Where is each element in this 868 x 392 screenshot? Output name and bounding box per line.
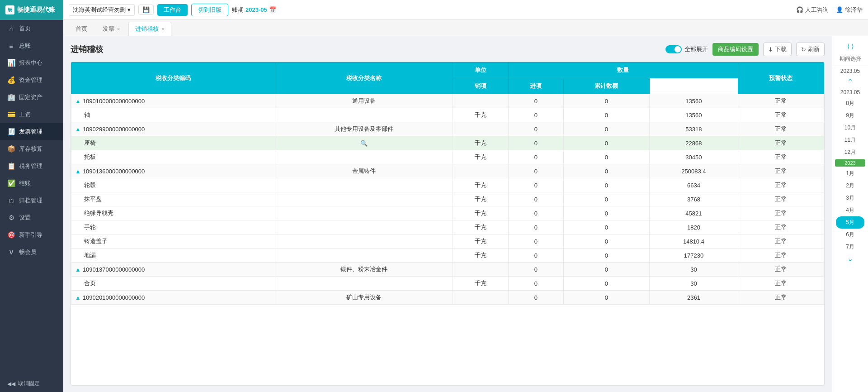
table-row-code: ▲1090100000000000000 <box>71 94 275 108</box>
toggle-all-container: 全部展开 <box>665 45 708 53</box>
table-wrap: 税收分类编码 税收分类名称 单位 数量 预警状态 销项 进项 累计数额 <box>71 62 825 386</box>
expand-all-toggle[interactable] <box>665 45 682 53</box>
table-row-sales: 0 <box>508 263 563 277</box>
table-row-status: 正常 <box>738 192 824 206</box>
guide-icon: 🎯 <box>7 231 15 239</box>
tab-reconcile[interactable]: 进销稽核 × <box>128 22 171 36</box>
table-row-total: 3768 <box>650 192 738 206</box>
table-row-code: ▲1090136000000000000 <box>71 164 275 178</box>
table-row-name <box>275 220 453 234</box>
chevron-down-icon: ▾ <box>127 6 131 13</box>
table-row-name <box>275 206 453 220</box>
sidebar-item-tax[interactable]: 📋 税务管理 <box>0 158 63 175</box>
table-row-status: 正常 <box>738 220 824 234</box>
unpin-button[interactable]: ◀◀ 取消固定 <box>0 375 63 392</box>
period-month-4[interactable]: 4月 <box>832 204 868 216</box>
download-button[interactable]: ⬇ 下载 <box>763 43 792 56</box>
table-row-name: 通用设备 <box>275 94 453 108</box>
sidebar-item-label: 工资 <box>19 110 31 119</box>
vip-icon: V <box>7 249 15 256</box>
sidebar-item-settle[interactable]: ✅ 结账 <box>0 175 63 192</box>
table-row-sales: 0 <box>508 291 563 305</box>
tab-home[interactable]: 首页 <box>69 22 94 36</box>
tab-invoice-close[interactable]: × <box>117 26 120 32</box>
topbar: 沈海英测试经营勿删 ▾ 💾 工作台 切到旧版 账期 2023-05 📅 🎧 人工… <box>63 0 868 20</box>
workspace-button[interactable]: 工作台 <box>157 4 188 16</box>
sidebar-item-guide[interactable]: 🎯 新手引导 <box>0 226 63 244</box>
table-row-total: 30450 <box>650 150 738 164</box>
sidebar-item-label: 库存核算 <box>19 145 42 153</box>
scroll-down-btn[interactable]: ⌄ <box>832 253 868 264</box>
table-row-unit: 千克 <box>453 108 508 122</box>
period-month-10[interactable]: 10月 <box>832 122 868 134</box>
sidebar-item-salary[interactable]: 💳 工资 <box>0 106 63 123</box>
scroll-up-btn[interactable]: ⌃ <box>832 76 868 87</box>
reports-icon: 📊 <box>7 59 15 67</box>
sidebar-item-home[interactable]: ⌂ 首页 <box>0 20 63 37</box>
th-total: 累计数额 <box>563 78 649 94</box>
table-row-purchase: 0 <box>563 164 649 178</box>
table-row-name <box>275 234 453 249</box>
switch-version-button[interactable]: 切到旧版 <box>191 4 228 16</box>
tab-invoice[interactable]: 发票 × <box>96 22 127 36</box>
download-label: 下载 <box>775 45 787 53</box>
app-name: 畅捷通易代账 <box>17 6 55 14</box>
tab-reconcile-close[interactable]: × <box>161 26 164 32</box>
app-logo: 畅 畅捷通易代账 <box>0 0 63 20</box>
save-draft-button[interactable]: 💾 <box>138 5 154 15</box>
period-value: 2023-05 <box>245 6 267 13</box>
period-month-7[interactable]: 7月 <box>832 241 868 253</box>
period-selector[interactable]: 账期 2023-05 📅 <box>232 6 276 14</box>
period-month-11[interactable]: 11月 <box>832 134 868 146</box>
sidebar-item-inventory[interactable]: 📦 库存核算 <box>0 140 63 158</box>
table-row-status: 正常 <box>738 291 824 305</box>
sidebar-item-settings[interactable]: ⚙ 设置 <box>0 209 63 226</box>
period-month-12[interactable]: 12月 <box>832 146 868 158</box>
sidebar-item-invoice[interactable]: 🧾 发票管理 <box>0 123 63 140</box>
period-month-2[interactable]: 2月 <box>832 180 868 192</box>
period-month-8[interactable]: 8月 <box>832 97 868 110</box>
sidebar-item-label: 新手引导 <box>19 231 42 239</box>
sidebar-item-archive[interactable]: 🗂 归档管理 <box>0 192 63 209</box>
panel-collapse-icon[interactable]: ⟨ <box>847 43 849 50</box>
page-title: 进销稽核 <box>71 44 665 55</box>
table-row-name: 其他专用设备及零部件 <box>275 122 453 136</box>
sidebar-item-reports[interactable]: 📊 报表中心 <box>0 54 63 72</box>
table-row-name <box>275 150 453 164</box>
page: 进销稽核 全部展开 商品编码设置 ⬇ 下载 ↻ 刷新 <box>63 36 832 392</box>
service-button[interactable]: 🎧 人工咨询 <box>796 6 829 14</box>
period-month-1[interactable]: 1月 <box>832 167 868 180</box>
service-label: 人工咨询 <box>805 6 829 14</box>
funds-icon: 💰 <box>7 76 15 84</box>
search-icon[interactable]: 🔍 <box>360 140 368 147</box>
table-row-unit <box>453 263 508 277</box>
table-row-code: 轮毂 <box>71 178 275 192</box>
sidebar-item-vip[interactable]: V 畅会员 <box>0 244 63 261</box>
period-month-3[interactable]: 3月 <box>832 192 868 204</box>
product-code-button[interactable]: 商品编码设置 <box>712 43 759 56</box>
headset-icon: 🎧 <box>796 6 803 13</box>
company-selector[interactable]: 沈海英测试经营勿删 ▾ <box>69 4 135 16</box>
user-icon: 👤 <box>836 6 843 13</box>
table-row-status: 正常 <box>738 249 824 263</box>
table-row-code: ▲1090299000000000000 <box>71 122 275 136</box>
th-unit: 单位 <box>453 62 508 78</box>
th-tax-code: 税收分类编码 <box>71 62 275 94</box>
period-year-2023-05-top: 2023.05 <box>832 66 868 76</box>
period-month-5[interactable]: 5月 <box>836 216 864 229</box>
sidebar-item-ledger[interactable]: ≡ 总账 <box>0 37 63 54</box>
panel-expand-icon[interactable]: ⟩ <box>851 43 854 50</box>
user-menu[interactable]: 👤 徐泽华 <box>836 6 863 14</box>
toggle-all-label: 全部展开 <box>684 45 708 53</box>
refresh-button[interactable]: ↻ 刷新 <box>796 43 825 56</box>
table-row-unit <box>453 94 508 108</box>
period-month-6[interactable]: 6月 <box>832 229 868 241</box>
refresh-icon: ↻ <box>801 46 806 53</box>
sidebar-item-assets[interactable]: 🏢 固定资产 <box>0 89 63 106</box>
reconcile-table: 税收分类编码 税收分类名称 单位 数量 预警状态 销项 进项 累计数额 <box>71 62 824 305</box>
table-row-purchase: 0 <box>563 136 649 150</box>
period-month-9[interactable]: 9月 <box>832 110 868 122</box>
page-header: 进销稽核 全部展开 商品编码设置 ⬇ 下载 ↻ 刷新 <box>71 43 825 56</box>
sidebar-item-funds[interactable]: 💰 资金管理 <box>0 72 63 89</box>
sidebar-item-label: 固定资产 <box>19 93 42 101</box>
